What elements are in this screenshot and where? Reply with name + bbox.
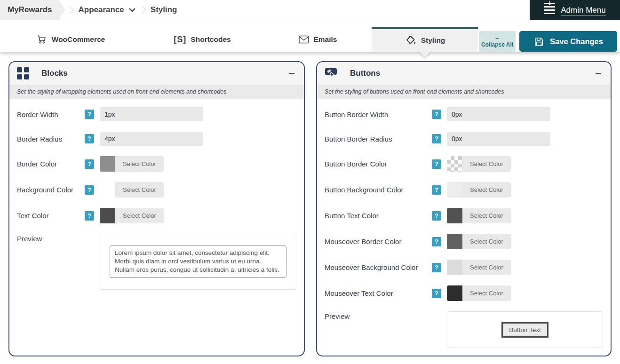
preview-row: Preview Button Text xyxy=(325,311,603,348)
panel-buttons: Buttons Set the styling of buttons used … xyxy=(316,61,612,356)
help-icon[interactable]: ? xyxy=(432,237,441,246)
select-color-label: Select Color xyxy=(462,290,511,297)
field-label: Mouseover Text Color xyxy=(325,289,432,297)
breadcrumb-brand[interactable]: MyRewards xyxy=(0,0,65,20)
button-text-color-select-button[interactable]: Select Color xyxy=(447,208,511,223)
main-content: Blocks Set the styling of wrapping eleme… xyxy=(0,52,620,356)
color-swatch-transparent xyxy=(447,156,462,172)
preview-button: Button Text xyxy=(501,322,548,338)
floppy-icon xyxy=(533,36,544,47)
chevron-down-icon xyxy=(129,6,135,12)
background-color-select-button[interactable]: Select Color xyxy=(100,182,164,198)
select-color-label: Select Color xyxy=(115,160,164,167)
tab-bar: WooCommerce [S] Shortcodes Emails Stylin… xyxy=(0,20,620,52)
field-label: Text Color xyxy=(17,212,85,220)
panel-title: Blocks xyxy=(41,69,276,78)
breadcrumb-separator-icon xyxy=(66,6,74,14)
field-label: Button Border Color xyxy=(325,160,432,168)
mouseover-border-color-select-button[interactable]: Select Color xyxy=(447,234,511,249)
help-icon[interactable]: ? xyxy=(85,134,94,143)
field-row: Button Background Color ? Select Color xyxy=(325,182,603,198)
button-border-color-select-button[interactable]: Select Color xyxy=(447,156,511,172)
field-row: Button Border Radius ? xyxy=(325,132,603,146)
tab-label: Shortcodes xyxy=(191,35,231,44)
button-background-color-select-button[interactable]: Select Color xyxy=(447,182,511,198)
help-icon[interactable]: ? xyxy=(432,185,441,195)
paint-bucket-icon xyxy=(405,35,417,46)
help-icon[interactable]: ? xyxy=(432,211,441,221)
panel-blocks: Blocks Set the styling of wrapping eleme… xyxy=(8,61,305,356)
border-width-input[interactable] xyxy=(100,107,203,121)
breadcrumb-section-label: Appearance xyxy=(78,5,124,15)
select-color-label: Select Color xyxy=(462,212,511,219)
help-icon[interactable]: ? xyxy=(85,211,94,221)
admin-menu-button[interactable]: 1 Admin Menu xyxy=(530,0,620,20)
cart-icon xyxy=(36,34,48,45)
field-row: Button Border Width ? xyxy=(325,107,603,121)
collapse-all-button[interactable]: – Collapse All xyxy=(479,31,516,52)
panel-description: Set the styling of buttons used on front… xyxy=(317,85,611,99)
help-icon[interactable]: ? xyxy=(85,159,94,169)
color-swatch xyxy=(447,260,462,275)
text-color-select-button[interactable]: Select Color xyxy=(100,208,164,223)
panel-title: Buttons xyxy=(350,69,582,78)
field-label: Button Background Color xyxy=(325,186,432,194)
panel-body: Border Width ? Border Radius ? Border Co… xyxy=(9,99,304,356)
collapse-panel-button[interactable] xyxy=(288,70,295,77)
field-label: Button Text Color xyxy=(325,212,432,220)
help-icon[interactable]: ? xyxy=(432,134,441,143)
field-label: Button Border Radius xyxy=(325,135,432,143)
save-changes-button[interactable]: Save Changes xyxy=(519,31,617,52)
panel-body: Button Border Width ? Button Border Radi… xyxy=(317,99,611,356)
select-color-label: Select Color xyxy=(462,264,511,271)
help-icon[interactable]: ? xyxy=(85,185,94,195)
help-icon[interactable]: ? xyxy=(432,263,441,272)
help-icon[interactable]: ? xyxy=(432,110,441,119)
mouseover-background-color-select-button[interactable]: Select Color xyxy=(447,260,511,275)
block-preview-sample: Lorem ipsum dolor sit amet, consectetur … xyxy=(110,245,286,278)
blocks-grid-icon xyxy=(17,67,29,79)
tab-label: WooCommerce xyxy=(52,35,105,44)
button-border-radius-input[interactable] xyxy=(447,132,550,146)
breadcrumb-page: Styling xyxy=(151,0,177,20)
collapse-panel-button[interactable] xyxy=(595,70,602,77)
top-bar: MyRewards Appearance Styling 1 Admin Men… xyxy=(0,0,620,20)
select-color-label: Select Color xyxy=(115,212,164,219)
mouseover-text-color-select-button[interactable]: Select Color xyxy=(447,285,511,301)
border-radius-input[interactable] xyxy=(100,132,203,146)
panel-header: Buttons xyxy=(317,62,611,85)
tab-emails[interactable]: Emails xyxy=(263,27,372,52)
field-row: Button Text Color ? Select Color xyxy=(325,208,603,223)
button-click-icon xyxy=(325,67,338,80)
breadcrumb-section[interactable]: Appearance xyxy=(78,0,137,20)
field-row: Text Color ? Select Color xyxy=(17,208,296,223)
field-row: Mouseover Background Color ? Select Colo… xyxy=(325,260,603,275)
color-swatch xyxy=(100,208,115,223)
border-color-select-button[interactable]: Select Color xyxy=(100,156,164,172)
help-icon[interactable]: ? xyxy=(432,159,441,169)
shortcode-icon: [S] xyxy=(174,35,186,45)
tab-woocommerce[interactable]: WooCommerce xyxy=(0,27,141,52)
preview-label: Preview xyxy=(17,234,85,243)
tab-shortcodes[interactable]: [S] Shortcodes xyxy=(141,27,263,52)
tab-label: Styling xyxy=(421,36,445,45)
help-icon[interactable]: ? xyxy=(85,110,94,119)
color-swatch xyxy=(100,156,115,172)
save-changes-label: Save Changes xyxy=(550,37,603,46)
field-label: Mouseover Border Color xyxy=(325,237,432,245)
field-row: Mouseover Text Color ? Select Color xyxy=(325,285,603,301)
button-preview-box: Button Text xyxy=(447,311,603,348)
block-preview-box: Lorem ipsum dolor sit amet, consectetur … xyxy=(100,234,296,290)
field-row: Border Radius ? xyxy=(17,132,296,146)
button-border-width-input[interactable] xyxy=(447,107,550,121)
tab-styling[interactable]: Styling xyxy=(372,27,478,52)
color-swatch xyxy=(447,208,462,223)
select-color-label: Select Color xyxy=(462,238,511,245)
hamburger-icon: 1 xyxy=(544,6,555,14)
field-label: Button Border Width xyxy=(325,111,432,119)
field-label: Border Radius xyxy=(17,135,85,143)
field-label: Border Color xyxy=(17,160,85,168)
envelope-icon xyxy=(298,35,310,44)
help-icon[interactable]: ? xyxy=(432,289,441,298)
preview-label: Preview xyxy=(325,311,432,320)
